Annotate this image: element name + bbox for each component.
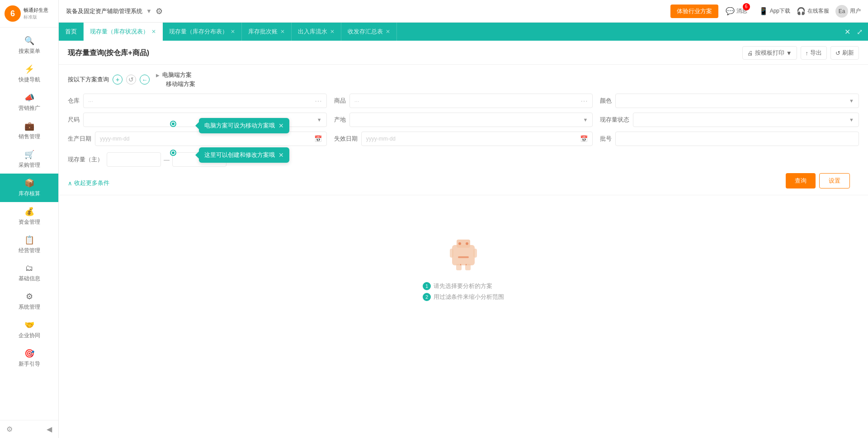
- tab-receive-summary-label: 收发存汇总表: [348, 28, 383, 36]
- sidebar-item-operation[interactable]: 📋 经营管理: [0, 231, 58, 259]
- tab-inventory-status-close[interactable]: ✕: [151, 28, 156, 35]
- tab-inout-flow-close[interactable]: ✕: [330, 28, 335, 35]
- scheme-pc[interactable]: ▶ 电脑端方案: [156, 71, 195, 79]
- filter-bottom: ∧ 收起更多条件 查询 设置: [68, 173, 859, 188]
- tab-batch-account-close[interactable]: ✕: [280, 28, 285, 35]
- sidebar-item-quick[interactable]: ⚡ 快捷导航: [0, 60, 58, 88]
- system-title-dropdown[interactable]: ▼: [146, 8, 152, 14]
- collapse-label: 收起更多条件: [74, 179, 109, 187]
- tab-batch-account[interactable]: 库存批次账 ✕: [242, 23, 292, 41]
- connector-dot-pc: [171, 122, 175, 126]
- filter-add-btn[interactable]: +: [113, 75, 123, 85]
- print-label: 按模板打印: [755, 49, 784, 57]
- tooltip-edit-close[interactable]: ✕: [278, 151, 284, 159]
- sidebar-item-system[interactable]: ⚙ 系统管理: [0, 287, 58, 316]
- trial-btn[interactable]: 体验行业方案: [670, 5, 718, 18]
- page-header: 现存量查询(按仓库+商品) 🖨 按模板打印 ▼ ↑ 导出 ↺ 刷新: [59, 41, 868, 65]
- settings-gear-icon[interactable]: ⚙: [156, 6, 163, 16]
- tab-receive-summary-close[interactable]: ✕: [386, 28, 390, 35]
- stock-min-input[interactable]: [107, 152, 161, 167]
- notification-area[interactable]: 💬 消息 6: [726, 7, 753, 15]
- warehouse-placeholder: ···: [88, 98, 93, 104]
- empty-text: 1 请先选择要分析的方案 2 用过滤条件来缩小分析范围: [423, 282, 504, 301]
- nav-label-finance: 资金管理: [19, 218, 40, 226]
- batch-no-input[interactable]: [615, 132, 859, 146]
- goods-dots: ⋯: [580, 97, 588, 105]
- tab-inventory-dist-close[interactable]: ✕: [231, 28, 235, 35]
- tooltip-pc-text: 电脑方案可设为移动方案哦: [204, 122, 275, 130]
- reset-btn[interactable]: 设置: [819, 173, 850, 188]
- scheme-mobile[interactable]: 移动端方案: [156, 80, 195, 88]
- print-btn[interactable]: 🖨 按模板打印 ▼: [742, 46, 797, 60]
- tab-inventory-status[interactable]: 现存量（库存状况表） ✕: [84, 23, 163, 41]
- empty-state: 1 请先选择要分析的方案 2 用过滤条件来缩小分析范围: [59, 195, 868, 337]
- nav-label-operation: 经营管理: [19, 247, 40, 254]
- collapse-sidebar-icon[interactable]: ◀: [47, 425, 52, 433]
- warehouse-select[interactable]: ··· ⋯: [83, 94, 327, 108]
- color-arrow-icon: ▼: [849, 98, 854, 104]
- filter-refresh-btn[interactable]: ↺: [126, 75, 136, 85]
- online-service-label: 在线客服: [807, 7, 829, 15]
- collapse-btn[interactable]: ∧ 收起更多条件: [68, 179, 109, 187]
- tab-home-label: 首页: [65, 28, 77, 36]
- tab-inout-flow[interactable]: 出入库流水 ✕: [292, 23, 341, 41]
- user-area[interactable]: Ea 用户: [835, 5, 861, 18]
- finance-icon: 💰: [24, 207, 34, 217]
- top-header: 装备及固定资产辅助管理系统 ▼ ⚙ 体验行业方案 💬 消息 6 📱 App下载 …: [59, 0, 868, 23]
- sidebar-item-search[interactable]: 🔍 搜索菜单: [0, 31, 58, 60]
- settings-bottom-icon[interactable]: ⚙: [6, 425, 13, 433]
- expiry-date-placeholder: yyyy-mm-dd: [366, 136, 396, 142]
- export-btn[interactable]: ↑ 导出: [801, 46, 827, 60]
- filter-row-2: 尺码 ▼ 产地 ▼ 现存量状态: [68, 113, 859, 127]
- tooltip-edit-text: 这里可以创建和修改方案哦: [204, 151, 275, 159]
- stock-status-filter: 现存量状态 ▼: [600, 113, 859, 127]
- filter-arrow-btn[interactable]: ←: [140, 75, 150, 85]
- expiry-date-input[interactable]: yyyy-mm-dd 📅: [361, 132, 593, 146]
- sidebar-item-guide[interactable]: 🎯 新手引导: [0, 344, 58, 372]
- brand-info: 畅通好生意 标准版: [24, 7, 48, 20]
- sidebar-logo: 6 畅通好生意 标准版: [0, 0, 58, 28]
- tooltip-pc-close[interactable]: ✕: [278, 122, 284, 129]
- stock-status-select[interactable]: ▼: [633, 113, 859, 127]
- filter-rows: 仓库 ··· ⋯ 商品 ··· ⋯ 颜色: [68, 94, 859, 188]
- origin-filter: 产地 ▼: [334, 113, 593, 127]
- tab-inventory-status-label: 现存量（库存状况表）: [90, 28, 149, 36]
- tab-inventory-dist[interactable]: 现存量（库存分布表） ✕: [163, 23, 242, 41]
- refresh-icon: ↺: [835, 50, 840, 57]
- nav-label-sales: 销售管理: [19, 133, 40, 141]
- sidebar-item-purchase[interactable]: 🛒 采购管理: [0, 145, 58, 174]
- search-btn[interactable]: 查询: [786, 173, 816, 188]
- sidebar-item-finance[interactable]: 💰 资金管理: [0, 202, 58, 231]
- goods-select[interactable]: ··· ⋯: [349, 94, 593, 108]
- tab-receive-summary[interactable]: 收发存汇总表 ✕: [341, 23, 397, 41]
- warehouse-dots: ⋯: [315, 97, 322, 105]
- close-all-tabs-icon[interactable]: ✕: [843, 26, 852, 38]
- warehouse-filter: 仓库 ··· ⋯: [68, 94, 327, 108]
- production-date-input[interactable]: yyyy-mm-dd 📅: [95, 132, 327, 146]
- header-icon-group: 💬 消息 6 📱 App下载 🎧 在线客服 Ea 用户: [726, 5, 861, 18]
- refresh-label: 刷新: [842, 49, 854, 57]
- system-icon: ⚙: [26, 292, 33, 301]
- origin-select[interactable]: ▼: [349, 113, 593, 127]
- refresh-btn[interactable]: ↺ 刷新: [830, 46, 859, 60]
- filter-row-1: 仓库 ··· ⋯ 商品 ··· ⋯ 颜色: [68, 94, 859, 108]
- sidebar-bottom: ⚙ ◀: [0, 420, 58, 438]
- quick-icon: ⚡: [24, 64, 34, 74]
- empty-hint-2: 2 用过滤条件来缩小分析范围: [423, 293, 504, 301]
- sidebar-item-enterprise[interactable]: 🤝 企业协同: [0, 316, 58, 344]
- fullscreen-icon[interactable]: ⤢: [855, 26, 864, 38]
- tab-home[interactable]: 首页: [59, 23, 84, 41]
- stock-status-label: 现存量状态: [600, 116, 629, 124]
- filter-row-3: 生产日期 yyyy-mm-dd 📅 失效日期 yyyy-mm-dd 📅: [68, 132, 859, 146]
- app-download-area[interactable]: 📱 App下载: [759, 7, 790, 15]
- sidebar-item-inventory[interactable]: 📦 库存核算: [0, 174, 58, 202]
- sidebar-item-marketing[interactable]: 📣 营销推广: [0, 88, 58, 117]
- page-actions: 🖨 按模板打印 ▼ ↑ 导出 ↺ 刷新: [742, 46, 859, 60]
- color-select[interactable]: ▼: [615, 94, 859, 108]
- online-service-area[interactable]: 🎧 在线客服: [797, 7, 829, 15]
- connector-dot-edit: [171, 151, 175, 155]
- batch-no-label: 批号: [600, 135, 612, 143]
- user-label: 用户: [850, 7, 861, 15]
- sidebar-item-basic[interactable]: 🗂 基础信息: [0, 259, 58, 287]
- sidebar-item-sales[interactable]: 💼 销售管理: [0, 117, 58, 145]
